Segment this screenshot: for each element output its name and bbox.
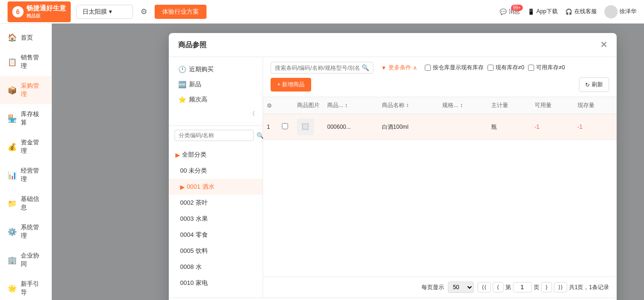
cat-item-beverage[interactable]: 0005 饮料 bbox=[169, 243, 263, 259]
sidebar-label-purchase: 采购管理 bbox=[21, 82, 44, 99]
th-code[interactable]: 商品... ↕ bbox=[323, 97, 378, 114]
sidebar-label-inventory: 库存核算 bbox=[21, 110, 44, 127]
filter-icon: ▼ bbox=[381, 65, 387, 71]
refresh-btn[interactable]: ↻ 刷新 bbox=[579, 77, 609, 92]
sales-icon: 📋 bbox=[8, 58, 17, 67]
system-icon: ⚙️ bbox=[8, 227, 17, 236]
th-spec[interactable]: 规格... ↕ bbox=[438, 97, 487, 114]
sidebar-label-sales: 销售管理 bbox=[21, 53, 44, 70]
existing-stock-input[interactable] bbox=[487, 65, 494, 71]
cell-name: 白酒100ml bbox=[378, 114, 439, 140]
sidebar-item-system[interactable]: ⚙️ 系统管理 bbox=[0, 217, 51, 246]
sidebar-item-operations[interactable]: 📊 经营管理 bbox=[0, 161, 51, 189]
headset-icon: 🎧 bbox=[565, 8, 572, 15]
sidebar-item-finance[interactable]: 💰 资金管理 bbox=[0, 133, 51, 161]
cat-item-alcohol[interactable]: ▶ 0001 酒水 bbox=[169, 179, 263, 195]
product-search-input[interactable] bbox=[275, 65, 360, 71]
sidebar-label-enterprise: 企业协同 bbox=[21, 251, 44, 268]
last-page-btn[interactable]: ⟩⟩ bbox=[554, 282, 567, 292]
cat-label-all: 全部分类 bbox=[182, 150, 206, 159]
cell-check[interactable] bbox=[278, 114, 293, 140]
sidebar-item-inventory[interactable]: 🏪 库存核算 bbox=[0, 104, 51, 133]
cat-item-water[interactable]: 0008 水 bbox=[169, 259, 263, 275]
sidebar-label-guide: 新手引导 bbox=[21, 280, 44, 297]
add-product-btn[interactable]: + 新增商品 bbox=[271, 78, 311, 92]
cell-image: 🖼 bbox=[293, 114, 323, 140]
app-name: 畅捷通好生意 bbox=[26, 4, 66, 13]
cat-item-uncategorized[interactable]: 00 未分类 bbox=[169, 163, 263, 179]
collapse-left-btn[interactable]: 《 bbox=[173, 107, 258, 121]
prev-page-btn[interactable]: ⟨ bbox=[493, 282, 504, 292]
new-icon: 🆕 bbox=[178, 81, 186, 88]
cat-item-tea[interactable]: 0002 茶叶 bbox=[169, 195, 263, 211]
th-stock: 现存量 bbox=[574, 97, 617, 114]
first-page-btn[interactable]: ⟨⟨ bbox=[478, 282, 491, 292]
user-profile[interactable]: 徐泽华 bbox=[604, 5, 636, 18]
quick-item-recent[interactable]: 🕐 近期购买 bbox=[173, 62, 258, 77]
app-download-nav-item[interactable]: 📱 App下载 bbox=[528, 8, 558, 16]
sidebar-item-purchase[interactable]: 📦 采购管理 bbox=[0, 76, 51, 104]
next-page-btn[interactable]: ⟩ bbox=[541, 282, 552, 292]
modal-footer: 显示停用 ? 🛒 连续选择的商品 0 ∧ 取消 确定 bbox=[169, 298, 617, 300]
cat-item-fruit[interactable]: 0003 水果 bbox=[169, 211, 263, 227]
available-stock-input[interactable] bbox=[528, 65, 534, 71]
th-unit: 主计量 bbox=[487, 97, 530, 114]
company-dropdown[interactable]: 日太阳膜 ▾ bbox=[76, 5, 133, 19]
filter-arrow-icon: ∧ bbox=[413, 65, 417, 71]
sidebar-item-home[interactable]: 🏠 首页 bbox=[0, 27, 51, 48]
existing-stock-label: 现有库存≠0 bbox=[495, 64, 524, 72]
quick-item-frequent[interactable]: ⭐ 频次高 bbox=[173, 92, 258, 107]
cat-item-all[interactable]: ▶ 全部分类 bbox=[169, 147, 263, 163]
mobile-icon: 📱 bbox=[528, 8, 535, 15]
search-icon[interactable]: 🔍 bbox=[362, 64, 369, 71]
page-size-select[interactable]: 50 10 20 100 bbox=[448, 282, 474, 293]
existing-stock-checkbox[interactable]: 现有库存≠0 bbox=[487, 64, 524, 72]
sidebar-label-basics: 基础信息 bbox=[21, 195, 44, 212]
purchase-icon: 📦 bbox=[8, 86, 17, 95]
warehouse-filter-input[interactable] bbox=[425, 65, 431, 71]
messages-nav-item[interactable]: 💬 消息 99+ bbox=[500, 8, 520, 16]
category-search-input[interactable] bbox=[174, 130, 254, 141]
refresh-icon: ↻ bbox=[585, 82, 590, 88]
cat-label-fruit: 0003 水果 bbox=[180, 215, 208, 223]
page-number-input[interactable] bbox=[513, 282, 532, 292]
modal-close-icon[interactable]: ✕ bbox=[600, 40, 607, 50]
more-filter-btn[interactable]: ▼ 更多条件 ∧ bbox=[377, 62, 421, 74]
th-image: 商品图片 bbox=[293, 97, 323, 114]
product-table-wrap: ⚙ 商品图片 商品... ↕ 商品名称 ↕ bbox=[263, 97, 617, 276]
logo: 6 畅捷通好生意 精品版 bbox=[8, 1, 71, 22]
cell-available: -1 bbox=[531, 114, 574, 140]
table-row[interactable]: 1 🖼 000600... 白酒100ml 瓶 -1 bbox=[263, 114, 617, 140]
modal-right-panel: 🔍 ▼ 更多条件 ∧ 按仓库显示现有库存 bbox=[263, 57, 617, 298]
category-search: 🔍 bbox=[169, 126, 263, 145]
th-name[interactable]: 商品名称 ↕ bbox=[378, 97, 439, 114]
online-service-nav-item[interactable]: 🎧 在线客服 bbox=[565, 8, 597, 16]
cat-arrow-all: ▶ bbox=[175, 151, 180, 158]
cell-rownum: 1 bbox=[263, 114, 278, 140]
available-stock-checkbox[interactable]: 可用库存≠0 bbox=[528, 64, 565, 72]
th-settings[interactable]: ⚙ bbox=[263, 97, 278, 114]
th-name-label: 商品名称 bbox=[382, 102, 405, 108]
cat-arrow-alcohol: ▶ bbox=[180, 183, 185, 191]
cat-item-appliance[interactable]: 0010 家电 bbox=[169, 275, 263, 291]
cell-spec bbox=[438, 114, 487, 140]
modal-left-panel: 🕐 近期购买 🆕 新品 ⭐ 频次高 《 bbox=[169, 57, 263, 298]
sidebar-item-enterprise[interactable]: 🏢 企业协同 bbox=[0, 246, 51, 274]
th-check bbox=[278, 97, 293, 114]
row-checkbox[interactable] bbox=[282, 123, 288, 129]
page-area: ⟨⟨ ⟨ 第 页 ⟩ ⟩⟩ 共1页，1条记录 bbox=[478, 282, 609, 292]
sidebar-item-guide[interactable]: 🌟 新手引导 bbox=[0, 274, 51, 300]
quick-item-new[interactable]: 🆕 新品 bbox=[173, 77, 258, 92]
warehouse-filter-checkbox[interactable]: 按仓库显示现有库存 bbox=[425, 64, 484, 72]
finance-icon: 💰 bbox=[8, 142, 17, 151]
operations-icon: 📊 bbox=[8, 171, 17, 180]
sidebar-item-sales[interactable]: 📋 销售管理 bbox=[0, 48, 51, 76]
refresh-label: 刷新 bbox=[592, 81, 603, 89]
settings-icon[interactable]: ⚙ bbox=[139, 5, 149, 18]
sidebar-item-basics[interactable]: 📁 基础信息 bbox=[0, 189, 51, 217]
cat-label-water: 0008 水 bbox=[180, 263, 202, 271]
experience-btn[interactable]: 体验行业方案 bbox=[155, 5, 206, 19]
cat-item-snack[interactable]: 0004 零食 bbox=[169, 227, 263, 243]
table-header-row: ⚙ 商品图片 商品... ↕ 商品名称 ↕ bbox=[263, 97, 617, 114]
inventory-icon: 🏪 bbox=[8, 114, 17, 123]
